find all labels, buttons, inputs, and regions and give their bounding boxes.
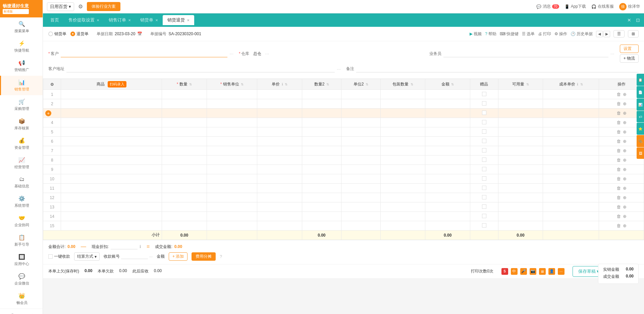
cell-cost-5[interactable]: [543, 127, 599, 137]
cost-sort-icon[interactable]: ⇅: [580, 82, 583, 86]
view-list-btn[interactable]: ☰: [613, 30, 625, 38]
delete-row-14[interactable]: 🗑: [616, 214, 621, 219]
outer-btn-3[interactable]: 📊: [637, 99, 644, 111]
cell-cost-6[interactable]: [543, 137, 599, 146]
cell-cost-10[interactable]: [543, 174, 599, 184]
cell-qty2-1[interactable]: [302, 90, 341, 99]
tool-person[interactable]: 👤: [548, 268, 555, 275]
cell-amount-2[interactable]: [425, 99, 470, 109]
gift-checkbox-12[interactable]: [482, 195, 486, 199]
cell-unit-12[interactable]: [207, 193, 257, 202]
copy-row-10[interactable]: ⊕: [623, 176, 627, 181]
cell-qty2-3[interactable]: [302, 109, 341, 118]
cell-pkg-7[interactable]: [380, 146, 425, 155]
sidebar-item-search[interactable]: 🔍 搜索菜单: [0, 17, 43, 37]
cell-qty-8[interactable]: [162, 155, 207, 165]
cell-unit2-5[interactable]: [341, 127, 380, 137]
cell-cost-15[interactable]: [543, 221, 599, 231]
cell-unit2-1[interactable]: [341, 90, 380, 99]
radio-return[interactable]: 退货单: [70, 31, 89, 37]
action-operate[interactable]: ⚙ 操作: [554, 31, 567, 37]
cell-qty2-12[interactable]: [302, 193, 341, 202]
action-video[interactable]: ▶ 视频: [470, 31, 482, 37]
delete-row-9[interactable]: 🗑: [616, 167, 621, 172]
cell-qty-3[interactable]: [162, 109, 207, 118]
gift-checkbox-4[interactable]: [482, 120, 486, 124]
cell-qty-15[interactable]: [162, 221, 207, 231]
copy-row-5[interactable]: ⊕: [623, 129, 627, 134]
avail-sort-icon[interactable]: ⇅: [526, 82, 529, 86]
cell-unit2-9[interactable]: [341, 165, 380, 174]
tab-home[interactable]: 首页: [46, 15, 64, 25]
user-profile[interactable]: 徐 徐泽华: [619, 3, 640, 10]
cell-amount-5[interactable]: [425, 127, 470, 137]
copy-row-11[interactable]: ⊕: [623, 186, 627, 191]
sidebar-item-operations[interactable]: 📈 经营管理: [0, 153, 43, 173]
action-help[interactable]: ? 帮助: [485, 31, 496, 37]
account-select-btn[interactable]: ···: [149, 254, 153, 259]
delete-row-5[interactable]: 🗑: [616, 129, 621, 134]
address-input[interactable]: [66, 65, 335, 72]
outer-btn-6[interactable]: 📎: [637, 135, 644, 147]
outer-btn-2[interactable]: 📄: [637, 86, 644, 98]
cell-goods-8[interactable]: [61, 155, 162, 165]
cell-cost-4[interactable]: [543, 118, 599, 127]
cell-goods-9[interactable]: [61, 165, 162, 174]
cell-price-5[interactable]: [257, 127, 302, 137]
app-download-item[interactable]: 📱 App下载: [565, 4, 586, 9]
qty-sort-icon[interactable]: ⇅: [189, 82, 192, 86]
cell-amount-6[interactable]: [425, 137, 470, 146]
delete-row-15[interactable]: 🗑: [616, 223, 621, 228]
tool-zhong[interactable]: 中: [511, 268, 518, 275]
cell-price-9[interactable]: [257, 165, 302, 174]
cell-available-4[interactable]: [498, 118, 543, 127]
cell-goods-13[interactable]: [61, 202, 162, 212]
cell-unit-9[interactable]: [207, 165, 257, 174]
cell-available-5[interactable]: [498, 127, 543, 137]
cell-price-8[interactable]: [257, 155, 302, 165]
cell-unit2-14[interactable]: [341, 212, 380, 221]
sidebar-item-member[interactable]: 👑 畅会员: [0, 289, 43, 309]
cell-pkg-5[interactable]: [380, 127, 425, 137]
cell-pkg-1[interactable]: [380, 90, 425, 99]
cell-qty-14[interactable]: [162, 212, 207, 221]
cell-qty2-4[interactable]: [302, 118, 341, 127]
cell-unit2-7[interactable]: [341, 146, 380, 155]
delete-row-10[interactable]: 🗑: [616, 176, 621, 181]
tab-close-order[interactable]: ✕: [128, 18, 131, 22]
settle-select[interactable]: 结算方式 ▾: [74, 252, 100, 261]
cell-unit2-15[interactable]: [341, 221, 380, 231]
cell-pkg-11[interactable]: [380, 184, 425, 193]
cell-available-3[interactable]: [498, 109, 543, 118]
cell-price-7[interactable]: [257, 146, 302, 155]
copy-row-9[interactable]: ⊕: [623, 167, 627, 172]
qty2-sort-icon[interactable]: ⇅: [326, 82, 329, 86]
cell-cost-13[interactable]: [543, 202, 599, 212]
cell-pkg-4[interactable]: [380, 118, 425, 127]
add-row-btn[interactable]: +: [45, 110, 51, 116]
cell-qty-6[interactable]: [162, 137, 207, 146]
cell-qty2-7[interactable]: [302, 146, 341, 155]
cell-amount-15[interactable]: [425, 221, 470, 231]
outer-btn-1[interactable]: 📋: [637, 74, 644, 86]
cell-amount-7[interactable]: [425, 146, 470, 155]
staff-select-btn[interactable]: ···: [610, 51, 614, 56]
cell-unit-11[interactable]: [207, 184, 257, 193]
cell-qty2-11[interactable]: [302, 184, 341, 193]
cell-cost-1[interactable]: [543, 90, 599, 99]
tab-close-return[interactable]: ✕: [187, 18, 190, 22]
cell-cost-8[interactable]: [543, 155, 599, 165]
gift-checkbox-2[interactable]: [482, 101, 486, 106]
cell-qty2-14[interactable]: [302, 212, 341, 221]
copy-row-12[interactable]: ⊕: [623, 195, 627, 200]
cell-unit-3[interactable]: [207, 109, 257, 118]
sidebar-item-appstore[interactable]: 🔲 应用中心: [0, 250, 43, 270]
cell-goods-2[interactable]: [61, 99, 162, 109]
online-service-item[interactable]: 🎧 在线客服: [591, 4, 614, 9]
cell-qty-11[interactable]: [162, 184, 207, 193]
add-payment-btn[interactable]: + 添加: [169, 252, 187, 261]
sidebar-item-marketing[interactable]: 📢 营销推广: [0, 56, 43, 76]
tool-screen[interactable]: 🖥: [539, 268, 546, 275]
account-select[interactable]: 收款账号 ···: [104, 254, 153, 259]
outer-btn-5[interactable]: ⭐: [637, 123, 644, 135]
